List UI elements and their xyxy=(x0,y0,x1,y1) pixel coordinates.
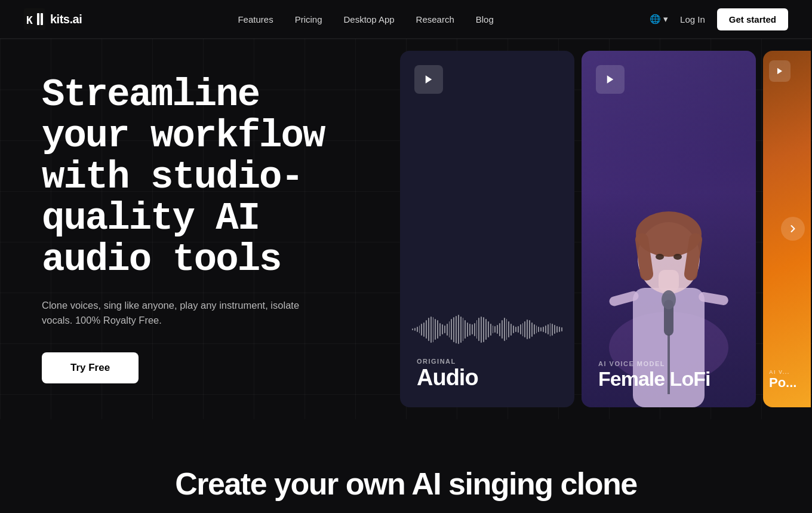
waveform-bar xyxy=(499,323,500,336)
waveform-bar xyxy=(493,325,494,333)
hero-section: Streamline your workflow with studio-qua… xyxy=(0,39,812,419)
waveform-bar xyxy=(534,324,535,335)
waveform-bar xyxy=(451,319,452,340)
hero-title: Streamline your workflow with studio-qua… xyxy=(42,75,364,281)
waveform-bar xyxy=(561,327,562,331)
waveform-bar xyxy=(439,323,441,336)
waveform-bar xyxy=(527,320,528,339)
waveform-bar xyxy=(559,327,560,332)
clone-section-title: Create your own AI singing clone xyxy=(24,467,788,501)
logo-icon: K xyxy=(24,8,45,30)
waveform-bar xyxy=(508,321,509,338)
card-badge-partial: AI V... xyxy=(769,369,796,375)
nav-link-desktop-app[interactable]: Desktop App xyxy=(344,14,395,24)
waveform-bar xyxy=(433,317,434,342)
get-started-button[interactable]: Get started xyxy=(717,8,788,30)
card-bottom-female-lofi: AI VOICE MODEL Female LoFi xyxy=(598,360,710,391)
nav-links: Features Pricing Desktop App Research Bl… xyxy=(238,14,493,24)
play-icon xyxy=(423,74,434,85)
chevron-right-icon xyxy=(787,223,799,235)
waveform-bar xyxy=(502,320,503,339)
waveform-bar xyxy=(467,322,468,337)
waveform-bar xyxy=(481,317,482,343)
svg-point-17 xyxy=(662,290,676,309)
language-selector[interactable]: 🌐 ▾ xyxy=(650,14,668,24)
waveform-bar xyxy=(456,316,457,343)
waveform-bar xyxy=(540,327,542,331)
waveform-bar xyxy=(449,321,450,338)
waveform-bar xyxy=(515,327,516,332)
waveform-bar xyxy=(531,322,533,337)
svg-marker-20 xyxy=(777,68,782,75)
play-icon-2 xyxy=(605,74,616,85)
next-button[interactable] xyxy=(781,217,805,241)
nav-link-features[interactable]: Features xyxy=(238,14,273,24)
waveform-bar xyxy=(483,317,484,342)
play-button-partial[interactable] xyxy=(769,60,791,82)
play-button-female-lofi[interactable] xyxy=(596,65,625,94)
waveform-bar xyxy=(460,317,462,343)
waveform-bar xyxy=(552,324,553,336)
waveform-bar xyxy=(419,325,420,333)
login-button[interactable]: Log In xyxy=(680,14,705,24)
waveform-bar xyxy=(513,325,514,333)
clone-section: Create your own AI singing clone Studio … xyxy=(0,419,812,513)
logo[interactable]: K kits.ai xyxy=(24,8,82,30)
waveform-bar xyxy=(518,326,519,333)
waveform-bar xyxy=(421,324,422,336)
try-free-button[interactable]: Try Free xyxy=(42,352,139,383)
waveform-bar xyxy=(472,324,473,334)
waveform-bar xyxy=(463,318,464,341)
waveform-bar xyxy=(474,323,475,336)
card-female-lofi[interactable]: AI VOICE MODEL Female LoFi xyxy=(582,51,756,407)
waveform-bar xyxy=(476,320,478,339)
chevron-down-icon: ▾ xyxy=(663,14,668,24)
card-original-audio[interactable]: ORIGINAL Audio xyxy=(400,51,574,407)
waveform-bar xyxy=(437,320,438,339)
waveform-bar xyxy=(529,320,530,339)
card-title-audio: Audio xyxy=(417,365,478,391)
waveform-bar xyxy=(494,326,496,333)
waveform-bar xyxy=(510,324,512,336)
play-icon-3 xyxy=(776,67,784,75)
nav-link-research[interactable]: Research xyxy=(416,14,454,24)
hero-left: Streamline your workflow with studio-qua… xyxy=(0,39,400,419)
waveform-bar xyxy=(426,320,427,339)
waveform-bar xyxy=(536,325,537,333)
waveform-bar xyxy=(520,324,521,334)
svg-rect-2 xyxy=(37,13,39,25)
waveform-bar xyxy=(417,327,418,332)
waveform-bar xyxy=(490,324,491,336)
waveform-bar xyxy=(554,325,555,334)
waveform-bar xyxy=(423,322,425,337)
waveform-bar xyxy=(458,315,459,345)
navbar: K kits.ai Features Pricing Desktop App R… xyxy=(0,0,812,39)
waveform-bar xyxy=(465,320,466,339)
waveform-bar xyxy=(469,324,470,336)
waveform-bar xyxy=(556,326,558,333)
waveform xyxy=(412,312,562,348)
svg-point-15 xyxy=(673,254,682,260)
nav-right: 🌐 ▾ Log In Get started xyxy=(650,8,788,30)
nav-link-pricing[interactable]: Pricing xyxy=(295,14,322,24)
waveform-bar xyxy=(538,327,539,332)
svg-rect-3 xyxy=(41,13,43,25)
play-button-audio[interactable] xyxy=(414,65,443,94)
svg-text:K: K xyxy=(26,14,33,26)
nav-link-blog[interactable]: Blog xyxy=(476,14,494,24)
svg-marker-19 xyxy=(607,75,614,84)
card-badge-female-lofi: AI VOICE MODEL xyxy=(598,360,710,367)
waveform-bar xyxy=(550,323,551,336)
waveform-bar xyxy=(414,328,416,331)
svg-marker-4 xyxy=(426,75,432,84)
waveform-bar xyxy=(506,319,508,340)
hero-cards: ORIGINAL Audio xyxy=(400,39,812,419)
waveform-bar xyxy=(412,328,413,330)
waveform-bar xyxy=(428,318,429,341)
hero-subtitle: Clone voices, sing like anyone, play any… xyxy=(42,298,328,328)
waveform-bar xyxy=(447,324,448,336)
waveform-bar xyxy=(453,317,454,342)
waveform-bar xyxy=(524,321,525,338)
waveform-bar xyxy=(497,325,498,334)
globe-icon: 🌐 xyxy=(650,14,661,24)
